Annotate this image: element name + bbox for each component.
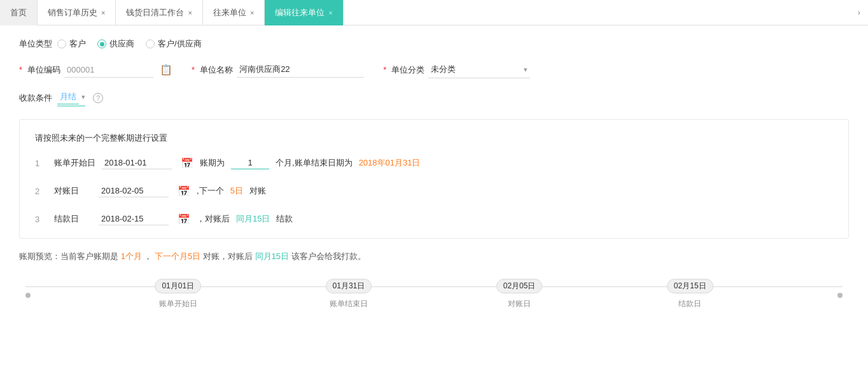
- period-row-3-label: 结款日: [54, 213, 92, 225]
- period-row-2-text2: 对账: [249, 185, 266, 197]
- period-row-3-text1: ，对账后: [197, 213, 230, 225]
- period-row-2: 2 对账日 📅 ,下一个 5日 对账: [35, 185, 833, 197]
- period-box: 请按照未来的一个完整帐期进行设置 1 账单开始日 📅 账期为 个月,账单结束日期…: [19, 119, 849, 239]
- period-row-1-suffix-before: 账期为: [200, 157, 225, 169]
- period-row-1-cal[interactable]: 📅: [181, 157, 193, 169]
- category-dropdown-arrow: ▾: [524, 66, 528, 74]
- code-calendar-icon[interactable]: 📋: [160, 64, 172, 76]
- period-row-2-date[interactable]: [99, 185, 169, 197]
- preview-prefix: 账期预览：当前客户账期是: [19, 251, 118, 261]
- tab-cash-work[interactable]: 钱货日清工作台 ×: [116, 0, 202, 25]
- condition-value[interactable]: 月结: [57, 90, 79, 104]
- timeline-point-3: 02月15日 结款日: [667, 279, 713, 309]
- preview-sep2: 对账，对账后: [203, 251, 253, 261]
- tab-sales-history[interactable]: 销售订单历史 ×: [38, 0, 116, 25]
- period-row-2-label: 对账日: [54, 185, 92, 197]
- category-label: 单位分类: [391, 64, 424, 76]
- condition-row: 收款条件 月结 ▾ ?: [19, 90, 849, 106]
- period-row-1-num: 1: [35, 158, 48, 168]
- code-input[interactable]: [64, 62, 153, 78]
- tab-cash-work-close[interactable]: ×: [188, 9, 192, 17]
- period-row-1-num-input[interactable]: [231, 157, 269, 169]
- unit-type-row: 单位类型 客户 供应商 客户/供应商: [19, 38, 849, 50]
- period-row-3-highlight-day: 同月15日: [236, 213, 270, 225]
- code-name-category-row: * 单位编码 📋 * 单位名称 * 单位分类 未分类 ▾: [19, 61, 849, 78]
- tab-home-label: 首页: [10, 7, 27, 18]
- timeline-point-2: 02月05日 对账日: [496, 279, 543, 309]
- name-input[interactable]: [237, 62, 364, 78]
- timeline-badge-0: 01月01日: [155, 279, 201, 293]
- period-row-3: 3 结款日 📅 ，对账后 同月15日 结款: [35, 213, 833, 225]
- tab-edit-unit[interactable]: 编辑往来单位 ×: [265, 0, 343, 25]
- tab-bar: 首页 销售订单历史 × 钱货日清工作台 × 往来单位 × 编辑往来单位 × ›: [0, 0, 868, 25]
- code-label: 单位编码: [27, 64, 60, 76]
- period-row-2-cal[interactable]: 📅: [178, 185, 190, 197]
- unit-type-label: 单位类型: [19, 38, 52, 50]
- radio-supplier[interactable]: 供应商: [97, 38, 134, 50]
- preview-text: 账期预览：当前客户账期是 1个月 ， 下一个月5日 对账，对账后 同月15日 该…: [19, 249, 849, 264]
- timeline-label-1: 账单结束日: [330, 299, 368, 309]
- condition-dropdown-arrow[interactable]: ▾: [81, 93, 85, 101]
- period-row-3-cal[interactable]: 📅: [178, 213, 190, 225]
- tab-edit-unit-label: 编辑往来单位: [275, 7, 325, 18]
- tab-home[interactable]: 首页: [0, 0, 38, 25]
- tab-sales-history-label: 销售订单历史: [48, 7, 97, 18]
- timeline-container: 01月01日 账单开始日 01月31日 账单结束日 02月05日 对账日 02月…: [19, 279, 849, 309]
- radio-customer-circle: [57, 39, 66, 48]
- main-content: 单位类型 客户 供应商 客户/供应商 * 单位编码 📋 * 单位名称: [0, 25, 868, 387]
- period-row-1: 1 账单开始日 📅 账期为 个月,账单结束日期为 2018年01月31日: [35, 157, 833, 169]
- period-title: 请按照未来的一个完整帐期进行设置: [35, 132, 833, 144]
- period-row-1-highlight-date: 2018年01月31日: [359, 157, 421, 169]
- timeline-point-0: 01月01日 账单开始日: [155, 279, 201, 309]
- timeline-badge-2: 02月05日: [496, 279, 543, 293]
- preview-part2: 下一个月5日: [155, 251, 200, 261]
- preview-part1: 1个月: [121, 251, 142, 261]
- name-label: 单位名称: [200, 64, 233, 76]
- condition-help-icon[interactable]: ?: [93, 93, 103, 103]
- period-row-1-suffix-after-label: 个月,账单结束日期为: [276, 157, 353, 169]
- tab-edit-unit-close[interactable]: ×: [328, 9, 332, 17]
- tab-partner-unit-label: 往来单位: [213, 7, 246, 18]
- radio-supplier-circle: [97, 39, 106, 48]
- timeline-badge-3: 02月15日: [667, 279, 713, 293]
- timeline-label-3: 结款日: [678, 299, 701, 309]
- radio-customer-label: 客户: [69, 38, 86, 50]
- tab-cash-work-label: 钱货日清工作台: [126, 7, 184, 18]
- condition-label: 收款条件: [19, 92, 52, 104]
- preview-suffix: 该客户会给我打款。: [291, 251, 366, 261]
- period-row-2-text1: ,下一个: [197, 185, 224, 197]
- period-row-1-label: 账单开始日: [54, 157, 95, 169]
- timeline-badge-1: 01月31日: [326, 279, 372, 293]
- tab-partner-unit-close[interactable]: ×: [250, 9, 254, 17]
- radio-customer[interactable]: 客户: [57, 38, 86, 50]
- name-required: *: [192, 65, 195, 74]
- tab-partner-unit[interactable]: 往来单位 ×: [203, 0, 265, 25]
- radio-both-label: 客户/供应商: [158, 38, 202, 50]
- timeline-end-dot: [837, 293, 843, 298]
- category-required: *: [383, 65, 386, 74]
- timeline-label-0: 账单开始日: [159, 299, 197, 309]
- category-dropdown[interactable]: 未分类 ▾: [428, 61, 530, 78]
- code-required: *: [19, 65, 22, 74]
- preview-part3: 同月15日: [255, 251, 289, 261]
- tab-sales-history-close[interactable]: ×: [101, 9, 105, 17]
- tab-more-button[interactable]: ›: [850, 0, 868, 25]
- unit-type-radio-group: 客户 供应商 客户/供应商: [57, 38, 202, 50]
- timeline-label-2: 对账日: [508, 299, 531, 309]
- radio-supplier-label: 供应商: [109, 38, 134, 50]
- period-row-3-text2: 结款: [276, 213, 293, 225]
- period-row-2-num: 2: [35, 186, 48, 196]
- timeline-start-dot: [25, 293, 31, 298]
- timeline-points: 01月01日 账单开始日 01月31日 账单结束日 02月05日 对账日 02月…: [25, 279, 843, 309]
- timeline-point-1: 01月31日 账单结束日: [326, 279, 372, 309]
- radio-both-circle: [146, 39, 155, 48]
- radio-both[interactable]: 客户/供应商: [146, 38, 202, 50]
- period-row-3-num: 3: [35, 215, 48, 224]
- period-row-3-date[interactable]: [99, 213, 169, 225]
- category-value: 未分类: [431, 64, 456, 75]
- period-row-2-highlight-day: 5日: [230, 185, 243, 197]
- period-row-1-date[interactable]: [102, 157, 172, 169]
- preview-sep1: ，: [144, 251, 152, 261]
